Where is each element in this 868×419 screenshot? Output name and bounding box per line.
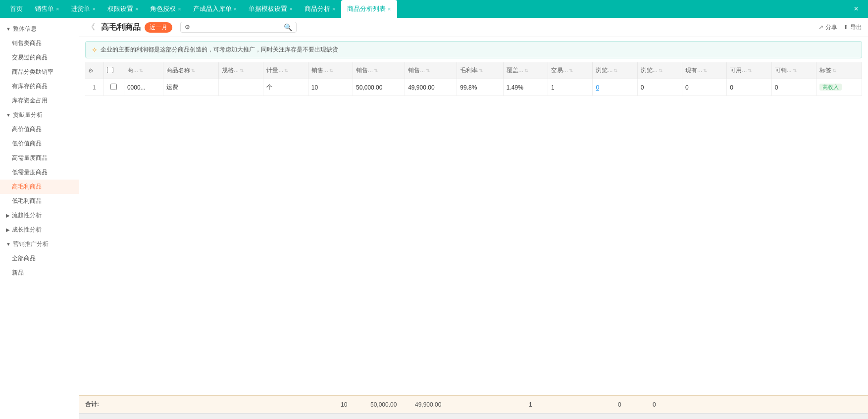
export-button[interactable]: ⬆ 导出 (843, 23, 862, 32)
sidebar: ▼整体信息销售类商品交易过的商品商品分类助销率有库存的商品库存资金占用▼贡献量分… (0, 18, 79, 419)
sort-icon[interactable]: ⇅ (659, 68, 663, 73)
sidebar-group-3[interactable]: ▶成长性分析 (0, 223, 79, 237)
cell-views2: 0 (637, 79, 682, 96)
cell-available_stock: 0 (727, 79, 771, 96)
sort-icon[interactable]: ⇅ (329, 68, 333, 73)
sidebar-item-4-0[interactable]: 全部商品 (0, 251, 79, 266)
column-header-sales_cost[interactable]: 销售...⇅ (405, 62, 457, 79)
nav-close-icon[interactable]: × (388, 6, 391, 12)
nav-item-7[interactable]: 商品分析× (299, 0, 341, 18)
column-header-code[interactable]: 商...⇅ (124, 62, 163, 79)
sidebar-item-1-0[interactable]: 高价值商品 (0, 122, 79, 137)
column-header-views2[interactable]: 浏览...⇅ (637, 62, 682, 79)
column-header-gross_margin[interactable]: 毛利率⇅ (457, 62, 503, 79)
sidebar-item-1-1[interactable]: 低价值商品 (0, 137, 79, 151)
nav-item-2[interactable]: 进货单× (65, 0, 101, 18)
sidebar-group-0[interactable]: ▼整体信息 (0, 22, 79, 36)
nav-close-icon[interactable]: × (332, 6, 335, 12)
page-title: 高毛利商品 (101, 22, 141, 33)
nav-item-6[interactable]: 单据模板设置× (243, 0, 298, 18)
sort-icon[interactable]: ⇅ (569, 68, 573, 73)
sidebar-item-0-3[interactable]: 有库存的商品 (0, 79, 79, 93)
column-header-unit[interactable]: 计量...⇅ (263, 62, 308, 79)
sort-icon[interactable]: ⇅ (191, 68, 195, 73)
search-icon[interactable]: 🔍 (284, 23, 292, 31)
sidebar-item-0-1[interactable]: 交易过的商品 (0, 50, 79, 65)
sidebar-item-1-3[interactable]: 低需量度商品 (0, 165, 79, 180)
nav-close-icon[interactable]: × (178, 6, 181, 12)
sort-icon[interactable]: ⇅ (426, 68, 430, 73)
sidebar-item-1-2[interactable]: 高需量度商品 (0, 151, 79, 165)
row-checkbox[interactable] (110, 84, 117, 90)
sidebar-item-0-0[interactable]: 销售类商品 (0, 36, 79, 50)
collapse-sidebar-button[interactable]: 《 (85, 22, 97, 33)
sidebar-item-4-1[interactable]: 新品 (0, 266, 79, 280)
main-layout: ▼整体信息销售类商品交易过的商品商品分类助销率有库存的商品库存资金占用▼贡献量分… (0, 18, 868, 419)
column-header-sales_qty[interactable]: 销售...⇅ (308, 62, 353, 79)
cell-value: 0 (685, 84, 689, 91)
nav-close-icon[interactable]: × (234, 6, 237, 12)
sort-icon[interactable]: ⇅ (703, 68, 707, 73)
nav-close-icon[interactable]: × (289, 6, 292, 12)
nav-item-5[interactable]: 产成品入库单× (187, 0, 243, 18)
column-header-available_stock[interactable]: 可用...⇅ (727, 62, 771, 79)
sort-icon[interactable]: ⇅ (748, 68, 752, 73)
cell-views1[interactable]: 0 (593, 79, 637, 96)
cell-value: 0000... (127, 84, 146, 91)
column-header-coverage[interactable]: 覆盖...⇅ (503, 62, 548, 79)
sidebar-item-0-4[interactable]: 库存资金占用 (0, 93, 79, 108)
sort-icon[interactable]: ⇅ (832, 68, 836, 73)
cell-name: 运费 (163, 79, 218, 96)
sort-icon[interactable]: ⇅ (374, 68, 378, 73)
share-button[interactable]: ↗ 分享 (818, 23, 837, 32)
nav-item-3[interactable]: 权限设置× (102, 0, 144, 18)
sidebar-group-4[interactable]: ▼营销推广分析 (0, 237, 79, 251)
column-header-spec[interactable]: 规格...⇅ (219, 62, 263, 79)
cell-gross_margin: 99.8% (457, 79, 503, 96)
sort-icon[interactable]: ⇅ (240, 68, 244, 73)
column-header-name[interactable]: 商品名称⇅ (163, 62, 218, 79)
nav-item-4[interactable]: 角色授权× (144, 0, 187, 18)
sidebar-group-1[interactable]: ▼贡献量分析 (0, 108, 79, 122)
col-label: 销售... (356, 67, 373, 74)
sort-icon[interactable]: ⇅ (524, 68, 528, 73)
column-header-checkbox[interactable] (103, 62, 124, 79)
column-header-transactions[interactable]: 交易...⇅ (548, 62, 593, 79)
settings-icon[interactable]: ⚙ (88, 67, 94, 74)
column-header-settings[interactable]: ⚙ (85, 62, 103, 79)
filter-month-button[interactable]: 近一月 (145, 22, 172, 33)
col-label: 交易... (551, 67, 568, 74)
nav-item-8[interactable]: 商品分析列表× (341, 0, 397, 18)
header-actions: ↗ 分享 ⬆ 导出 (818, 23, 862, 32)
sort-icon[interactable]: ⇅ (479, 68, 483, 73)
link-value[interactable]: 0 (596, 84, 599, 91)
column-header-tag[interactable]: 标签⇅ (816, 62, 862, 79)
column-header-current_stock[interactable]: 现有...⇅ (682, 62, 727, 79)
sort-icon[interactable]: ⇅ (284, 68, 288, 73)
cell-coverage: 1.49% (503, 79, 548, 96)
nav-item-0[interactable]: 首页 (4, 0, 29, 18)
sidebar-item-1-4[interactable]: 高毛利商品 (0, 180, 79, 194)
column-header-sales_amount[interactable]: 销售...⇅ (353, 62, 405, 79)
sort-icon[interactable]: ⇅ (139, 68, 143, 73)
search-input[interactable] (185, 24, 284, 31)
sidebar-group-2[interactable]: ▶流趋性分析 (0, 208, 79, 223)
footer-values: 1050,000.0049,900.00100 (145, 401, 862, 408)
window-close-button[interactable]: × (848, 0, 864, 18)
nav-close-icon[interactable]: × (56, 6, 59, 12)
info-banner: ✧ 企业的主要的利润都是这部分商品创造的，可考虑加大推广，同时关注库存是不要出现… (85, 41, 862, 58)
sort-icon[interactable]: ⇅ (613, 68, 617, 73)
select-all-checkbox[interactable] (107, 67, 113, 73)
nav-item-1[interactable]: 销售单× (29, 0, 65, 18)
horizontal-scrollbar[interactable] (79, 413, 868, 419)
column-header-views1[interactable]: 浏览...⇅ (593, 62, 637, 79)
group-label: 贡献量分析 (13, 111, 43, 119)
sidebar-item-1-5[interactable]: 低毛利商品 (0, 194, 79, 208)
nav-close-icon[interactable]: × (92, 6, 95, 12)
nav-close-icon[interactable]: × (135, 6, 138, 12)
column-header-saleable_stock[interactable]: 可销...⇅ (771, 62, 816, 79)
footer-cell-11: 1 (526, 401, 556, 408)
sidebar-item-0-2[interactable]: 商品分类助销率 (0, 65, 79, 79)
sort-icon[interactable]: ⇅ (793, 68, 797, 73)
footer-cell-8: 49,900.00 (412, 401, 457, 408)
